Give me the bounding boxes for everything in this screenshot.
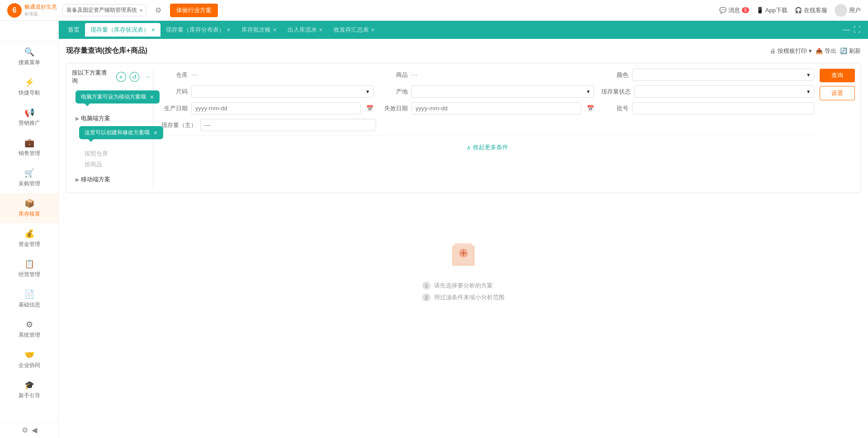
sidebar-item-quick-nav[interactable]: ⚡ 快捷导航: [0, 72, 58, 102]
lightning-icon: ⚡: [24, 77, 34, 87]
sidebar-item-guide[interactable]: 🎓 新手引导: [0, 375, 58, 405]
filter-left-panel: 按以下方案查询 + ↺ ← 电脑方案可设为移动方案哦 ✕: [72, 69, 153, 187]
search-icon: 🔍: [24, 47, 34, 57]
inventory-qty-min-input[interactable]: [200, 119, 376, 131]
chevron-down-icon: ▶: [75, 116, 79, 122]
gear-icon: ⚙: [26, 320, 33, 330]
export-button[interactable]: 📤 导出: [816, 47, 836, 55]
megaphone-icon: 📢: [24, 108, 34, 118]
tab-close-collect-summary[interactable]: ✕: [371, 27, 375, 33]
search-button[interactable]: 查询: [820, 69, 855, 82]
scheme-group-mobile: ▶ 移动端方案: [72, 174, 153, 185]
filter-row-2: 尺码 ▾ 产地 ▾: [160, 85, 814, 98]
sidebar-item-marketing[interactable]: 📢 营销推广: [0, 102, 58, 132]
tab-close-batch-account[interactable]: ✕: [273, 27, 277, 33]
sidebar-item-enterprise[interactable]: 🤝 企业协同: [0, 344, 58, 375]
tab-bar: 首页 现存量（库存状况表） ✕ 现存量（库存分布表） ✕ 库存批次账 ✕ 出入库…: [59, 21, 868, 39]
sidebar-settings-icon[interactable]: ⚙: [22, 426, 28, 434]
tab-inventory-status[interactable]: 现存量（库存状况表） ✕: [85, 23, 160, 37]
refresh-scheme-button[interactable]: ↺: [130, 72, 140, 82]
scheme-item-goods[interactable]: 按商品: [81, 159, 153, 170]
add-scheme-button[interactable]: +: [116, 72, 126, 82]
scheme-item-warehouse[interactable]: 按照仓库: [81, 148, 153, 159]
tab-close-inventory-status[interactable]: ✕: [151, 27, 155, 33]
graduation-icon: 🎓: [24, 380, 34, 390]
scheme-group-desktop-header[interactable]: ▶ 电脑端方案: [72, 113, 153, 124]
refresh-button[interactable]: 🔄 刷新: [840, 47, 861, 55]
expiry-date-calendar-icon[interactable]: 📅: [587, 105, 594, 112]
filter-header: 按以下方案查询 + ↺ ←: [72, 69, 153, 85]
filter-field-origin: 产地 ▾: [381, 85, 594, 98]
size-select[interactable]: ▾: [191, 85, 373, 98]
logo-icon: 6: [7, 3, 22, 18]
sidebar-collapse-icon[interactable]: ◀: [32, 426, 37, 434]
filter-row-4: 现存量（主）: [160, 119, 814, 131]
settings-button[interactable]: ⚙: [152, 4, 165, 17]
filter-row-1: 仓库 ··· 商品 ··· 颜色: [160, 69, 814, 81]
scheme-group-desktop: ▶ 电脑端方案: [72, 113, 153, 124]
sidebar-bottom: ⚙ ◀: [0, 422, 58, 438]
expiry-date-input[interactable]: [411, 102, 581, 114]
tab-maximize-icon[interactable]: ⛶: [854, 26, 861, 34]
sidebar-logo-area: [0, 21, 58, 42]
sidebar-item-finance[interactable]: 💰 资金管理: [0, 223, 58, 254]
user-profile[interactable]: 用户: [835, 4, 861, 17]
tab-inventory-dist[interactable]: 现存量（库存分布表） ✕: [160, 23, 236, 37]
sidebar-item-inventory[interactable]: 📦 库存核算: [0, 193, 58, 223]
goods-dots-button[interactable]: ···: [411, 71, 417, 79]
tooltip2-close-button[interactable]: ✕: [153, 130, 158, 136]
collapse-conditions-button[interactable]: ∧ 收起更多条件: [160, 140, 814, 155]
production-date-input[interactable]: [191, 102, 361, 114]
empty-tip-1: 1 请先选择要分析的方案: [422, 282, 505, 290]
filter-row-3: 生产日期 📅 失效日期 📅 批号: [160, 102, 814, 114]
sidebar-item-search-menu[interactable]: 🔍 搜索菜单: [0, 42, 58, 72]
export-icon: 📤: [816, 47, 823, 54]
origin-select[interactable]: ▾: [411, 85, 594, 98]
inventory-status-select[interactable]: ▾: [634, 85, 814, 98]
tab-close-inventory-dist[interactable]: ✕: [226, 27, 231, 33]
logo-text: 畅通道好生意 标准版: [24, 4, 57, 17]
system-selector[interactable]: 装备及固定资产辅助管理系统 ▾: [62, 4, 146, 16]
messages-button[interactable]: 💬 消息 6: [719, 6, 749, 14]
headset-icon: 🎧: [795, 7, 802, 14]
tab-close-inout-flow[interactable]: ✕: [319, 27, 323, 33]
batch-no-input[interactable]: [632, 102, 814, 114]
tab-collect-summary[interactable]: 收发存汇总表 ✕: [328, 23, 380, 37]
page-title: 现存量查询(按仓库+商品): [66, 46, 147, 56]
inv-status-dropdown-icon: ▾: [807, 88, 810, 95]
tab-inout-flow[interactable]: 出入库流水 ✕: [282, 23, 328, 37]
trial-button[interactable]: 体验行业方案: [170, 4, 218, 17]
tab-home[interactable]: 首页: [62, 23, 85, 37]
reset-button[interactable]: 设置: [820, 86, 855, 100]
money-icon: 💰: [24, 229, 34, 239]
tab-batch-account[interactable]: 库存批次账 ✕: [236, 23, 282, 37]
scheme-group-mobile-header[interactable]: ▶ 移动端方案: [72, 174, 153, 185]
tab-minimize-icon[interactable]: —: [843, 26, 850, 34]
production-date-calendar-icon[interactable]: 📅: [366, 105, 373, 112]
filter-field-expiry-date: 失效日期 📅: [381, 102, 594, 114]
empty-tip-2: 2 用过滤条件来缩小分析范围: [422, 293, 505, 301]
filter-field-size: 尺码 ▾: [160, 85, 373, 98]
tooltip1-close-button[interactable]: ✕: [150, 94, 154, 100]
sidebar-item-purchase[interactable]: 🛒 采购管理: [0, 163, 58, 193]
app-download-button[interactable]: 📱 App下载: [756, 6, 788, 14]
tooltip-desktop-scheme: 电脑方案可设为移动方案哦 ✕: [75, 90, 160, 104]
sidebar-item-system[interactable]: ⚙ 系统管理: [0, 314, 58, 344]
sidebar-item-operations[interactable]: 📋 经营管理: [0, 254, 58, 284]
message-badge: 6: [742, 7, 749, 13]
size-dropdown-icon: ▾: [366, 88, 369, 95]
box-icon: 📦: [24, 198, 34, 208]
color-dropdown-icon: ▾: [807, 71, 810, 78]
handshake-icon: 🤝: [24, 350, 34, 360]
avatar: [835, 4, 847, 17]
back-scheme-button[interactable]: ←: [143, 72, 153, 82]
sidebar-item-basic-info[interactable]: 📄 基础信息: [0, 284, 58, 314]
color-select[interactable]: ▾: [632, 69, 814, 81]
online-service-button[interactable]: 🎧 在线客服: [795, 6, 827, 14]
warehouse-dots-button[interactable]: ···: [191, 71, 197, 79]
header-actions: 🖨 按模板打印 ▾ 📤 导出 🔄 刷新: [770, 47, 861, 55]
template-print-button[interactable]: 🖨 按模板打印 ▾: [770, 47, 812, 55]
sidebar-item-sales[interactable]: 💼 销售管理: [0, 132, 58, 163]
top-bar-left: 6 畅通道好生意 标准版 装备及固定资产辅助管理系统 ▾ ⚙ 体验行业方案: [7, 3, 218, 18]
print-dropdown-icon: ▾: [809, 47, 812, 54]
